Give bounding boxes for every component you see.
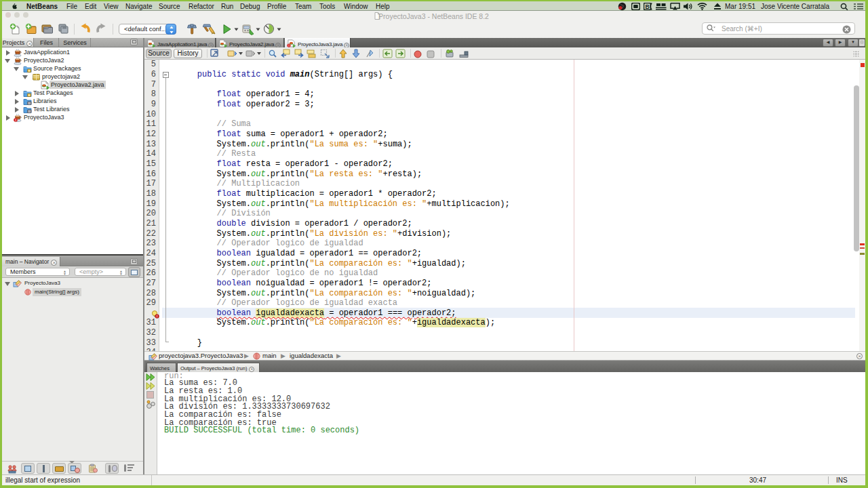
svg-text:B: B <box>645 3 649 10</box>
